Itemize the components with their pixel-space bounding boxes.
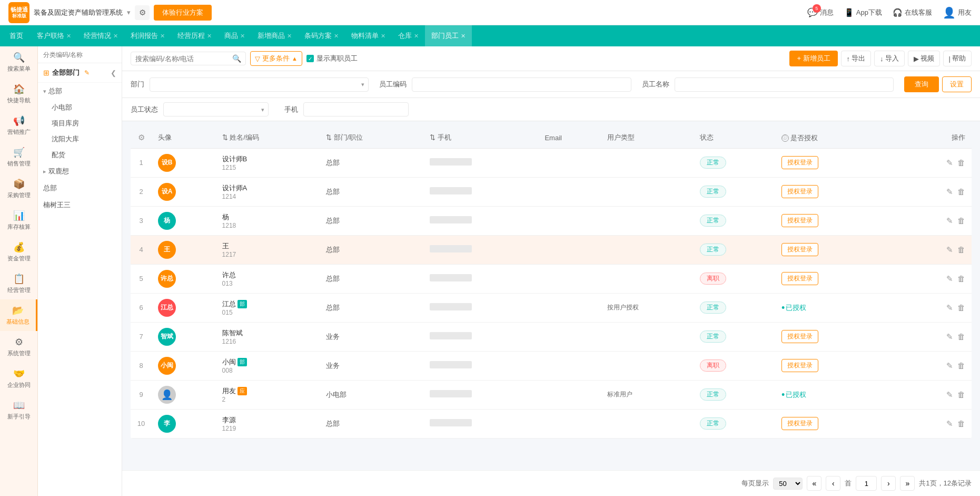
edit-op-icon[interactable]: ✎ <box>946 158 953 168</box>
tab-history[interactable]: 经营历程 ✕ <box>171 25 218 46</box>
sidebar-item-purchase[interactable]: 📦 采购管理 <box>0 173 37 205</box>
online-service[interactable]: 🎧 在线客服 <box>893 8 932 17</box>
collapse-btn[interactable]: ❮ <box>111 69 116 77</box>
export-btn[interactable]: ↑ 导出 <box>841 51 872 66</box>
edit-op-icon[interactable]: ✎ <box>946 245 953 255</box>
auth-btn[interactable]: 授权登录 <box>781 330 818 343</box>
dept-node-shuanglu[interactable]: ▸ 双鹿想 <box>38 163 122 180</box>
delete-op-icon[interactable]: 🗑 <box>957 332 965 342</box>
dept-search-input[interactable] <box>43 51 122 59</box>
tab-barcode[interactable]: 条码方案 ✕ <box>298 25 345 46</box>
delete-op-icon[interactable]: 🗑 <box>957 303 965 313</box>
col-name[interactable]: ⇅ 姓名/编码 <box>216 128 320 148</box>
import-btn[interactable]: ↓ 导入 <box>874 51 905 66</box>
gear-btn[interactable]: ⚙ <box>135 5 150 20</box>
sidebar-item-guide[interactable]: 📖 新手引导 <box>0 394 37 426</box>
col-dept[interactable]: ⇅ 部门/职位 <box>320 128 423 148</box>
auth-btn[interactable]: 授权登录 <box>781 214 818 227</box>
filter-action-area: 查询 设置 <box>899 76 972 92</box>
emp-name-input[interactable] <box>675 77 894 92</box>
delete-op-icon[interactable]: 🗑 <box>957 216 965 226</box>
tab-new-goods[interactable]: 新增商品 ✕ <box>251 25 298 46</box>
edit-op-icon[interactable]: ✎ <box>946 303 953 313</box>
auth-btn[interactable]: 授权登录 <box>781 185 818 198</box>
show-leave-wrap[interactable]: ✓ 显示离职员工 <box>306 54 358 63</box>
sidebar-item-mgmt[interactable]: 📋 经营管理 <box>0 268 37 299</box>
tab-bom[interactable]: 物料清单 ✕ <box>345 25 392 46</box>
edit-op-icon[interactable]: ✎ <box>946 216 953 226</box>
phone-input[interactable] <box>303 102 409 116</box>
tab-profit[interactable]: 利润报告 ✕ <box>124 25 171 46</box>
dept-all-row[interactable]: ⊞ 全部部门 ✎ ❮ <box>38 63 122 83</box>
view-btn[interactable]: ▶ 视频 <box>908 51 940 66</box>
sidebar-item-basic[interactable]: 📂 基础信息 <box>0 299 37 331</box>
first-page-btn[interactable]: « <box>807 476 821 491</box>
edit-icon[interactable]: ✎ <box>84 69 90 76</box>
filter-icon: ▽ <box>255 55 260 63</box>
more-filter-btn[interactable]: ▽ 更多条件 ▲ <box>250 51 302 66</box>
sidebar-item-search[interactable]: 🔍 搜索菜单 <box>0 46 37 78</box>
dept-node-nanshuwang[interactable]: 楠树王三 <box>38 197 122 213</box>
last-page-btn[interactable]: » <box>900 476 915 491</box>
next-page-btn[interactable]: › <box>881 476 896 491</box>
col-settings[interactable]: ⚙ <box>131 128 152 148</box>
prev-page-btn[interactable]: ‹ <box>826 476 840 491</box>
tab-operation[interactable]: 经营情况 ✕ <box>77 25 124 46</box>
delete-op-icon[interactable]: 🗑 <box>957 419 965 429</box>
delete-op-icon[interactable]: 🗑 <box>957 361 965 371</box>
search-icon[interactable]: 🔍 <box>232 54 241 63</box>
query-btn[interactable]: 查询 <box>904 76 939 92</box>
auth-btn[interactable]: 授权登录 <box>781 359 818 372</box>
edit-op-icon[interactable]: ✎ <box>946 419 953 429</box>
tab-goods[interactable]: 商品 ✕ <box>218 25 251 46</box>
per-page-select[interactable]: 50 20 100 <box>773 478 803 490</box>
app-download[interactable]: 📱 App下载 <box>844 8 882 17</box>
delete-op-icon[interactable]: 🗑 <box>957 187 965 197</box>
delete-op-icon[interactable]: 🗑 <box>957 274 965 284</box>
dept-sub-xiangmu[interactable]: 项目库房 <box>38 115 122 131</box>
tab-customer[interactable]: 客户联络 ✕ <box>31 25 77 46</box>
reset-btn[interactable]: 设置 <box>942 76 972 92</box>
delete-op-icon[interactable]: 🗑 <box>957 245 965 255</box>
emp-code-input[interactable] <box>412 77 631 92</box>
dept-select[interactable] <box>150 77 369 92</box>
exp-btn[interactable]: 体验行业方案 <box>154 5 212 21</box>
tab-dept-staff[interactable]: 部门员工 ✕ <box>425 25 472 46</box>
delete-op-icon[interactable]: 🗑 <box>957 158 965 168</box>
edit-op-icon[interactable]: ✎ <box>946 390 953 400</box>
emp-status: 正常 <box>694 206 775 235</box>
sidebar-item-collab[interactable]: 🤝 企业协同 <box>0 363 37 394</box>
sidebar-item-inventory[interactable]: 📊 库存核算 <box>0 205 37 236</box>
auth-btn[interactable]: 授权登录 <box>781 243 818 256</box>
delete-op-icon[interactable]: 🗑 <box>957 390 965 400</box>
dept-node-head[interactable]: ▾ 总部 <box>38 83 122 100</box>
msg-area[interactable]: 💬 5 消息 <box>807 7 834 17</box>
dept-sub-peihuo[interactable]: 配货 <box>38 147 122 163</box>
sidebar-item-marketing[interactable]: 📢 营销推广 <box>0 110 37 141</box>
emp-status-select[interactable] <box>163 102 269 116</box>
dept-sub-shenyang[interactable]: 沈阳大库 <box>38 131 122 147</box>
edit-op-icon[interactable]: ✎ <box>946 274 953 284</box>
sidebar-item-finance[interactable]: 💰 资金管理 <box>0 236 37 268</box>
tab-warehouse[interactable]: 仓库 ✕ <box>392 25 425 46</box>
sidebar-item-nav[interactable]: 🏠 快捷导航 <box>0 78 37 110</box>
dept-node-zongbu[interactable]: 总部 <box>38 180 122 197</box>
checkbox-show-leave[interactable]: ✓ <box>306 55 314 62</box>
edit-op-icon[interactable]: ✎ <box>946 187 953 197</box>
auth-btn[interactable]: 授权登录 <box>781 272 818 285</box>
sidebar-item-system[interactable]: ⚙ 系统管理 <box>0 331 37 363</box>
user-area[interactable]: 👤 用友 <box>943 6 972 19</box>
sidebar-item-sales[interactable]: 🛒 销售管理 <box>0 141 37 173</box>
title-dropdown-icon[interactable]: ▾ <box>127 8 131 16</box>
page-input[interactable] <box>856 476 877 491</box>
search-input[interactable] <box>135 55 230 63</box>
edit-op-icon[interactable]: ✎ <box>946 361 953 371</box>
col-phone[interactable]: ⇅ 手机 <box>423 128 538 148</box>
auth-btn[interactable]: 授权登录 <box>781 156 818 169</box>
help-btn[interactable]: | 帮助 <box>943 51 972 66</box>
auth-btn[interactable]: 授权登录 <box>781 417 818 430</box>
tab-home[interactable]: 首页 <box>2 25 31 46</box>
add-employee-btn[interactable]: + 新增员工 <box>789 51 837 66</box>
dept-sub-xiaodianbuo[interactable]: 小电部 <box>38 100 122 115</box>
edit-op-icon[interactable]: ✎ <box>946 332 953 342</box>
